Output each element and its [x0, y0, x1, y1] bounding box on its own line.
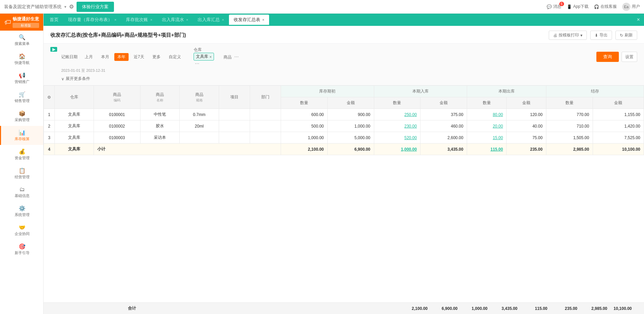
- arrow-btn[interactable]: ▶: [50, 47, 57, 52]
- page-content: 收发存汇总表(按仓库+商品编码+商品+规格型号+项目+部门) 🖨 按模板打印 ▾…: [44, 26, 644, 314]
- row1-opening-amount: 900.00: [327, 109, 374, 120]
- row2-out-qty[interactable]: 20.00: [467, 120, 507, 132]
- sidebar-label-purchase: 采购管理: [15, 117, 30, 122]
- date-this-month[interactable]: 本月: [98, 53, 112, 61]
- subtotal-out-amount: 235.00: [507, 144, 546, 155]
- row3-out-qty[interactable]: 15.00: [467, 132, 507, 144]
- row2-index: 2: [44, 120, 55, 132]
- goods-more-dots[interactable]: ···: [233, 54, 240, 60]
- th-out-amount: 金额: [507, 97, 546, 109]
- tab-inout-flow-close[interactable]: ×: [186, 18, 188, 22]
- purchase-icon: 📦: [19, 110, 26, 117]
- close-all-tabs[interactable]: ×: [634, 15, 643, 24]
- online-service-btn[interactable]: 🎧 在线客服: [594, 4, 617, 10]
- dropdown-arrow[interactable]: ▾: [64, 4, 66, 9]
- filter-row-1: 记账日期 上月 本月 本年 近7天 更多 自定义: [61, 47, 637, 67]
- tab-inout-flow[interactable]: 出入库流水 ×: [157, 15, 193, 25]
- date-custom[interactable]: 自定义: [166, 53, 184, 61]
- sidebar-item-quicknav[interactable]: 🏠 快捷导航: [0, 50, 43, 69]
- export-icon: ⬇: [595, 33, 598, 38]
- tab-batch-close[interactable]: ×: [150, 18, 152, 22]
- sidebar-label-system: 系统管理: [15, 212, 30, 217]
- experience-btn[interactable]: 体验行业方案: [77, 2, 114, 12]
- filter-expand-arrow[interactable]: ▶: [50, 47, 57, 52]
- basic-icon: 🗂: [19, 186, 25, 193]
- row3-dept: [250, 132, 281, 144]
- headset-icon: 🎧: [594, 4, 599, 9]
- row2-in-amount: 460.00: [420, 120, 467, 132]
- sidebar-label-marketing: 营销推广: [15, 79, 30, 84]
- row3-in-amount: 2,600.00: [420, 132, 467, 144]
- sidebar-item-system[interactable]: ⚙️ 系统管理: [0, 202, 43, 221]
- sidebar-item-marketing[interactable]: 📢 营销推广: [0, 69, 43, 88]
- row3-name: 采访本: [140, 132, 179, 144]
- row2-in-qty[interactable]: 230.00: [374, 120, 420, 132]
- warehouse-more-dots[interactable]: ···: [194, 61, 201, 66]
- tab-inout-summary-close[interactable]: ×: [222, 18, 224, 22]
- sidebar-item-guide[interactable]: 🎯 新手引导: [0, 240, 43, 259]
- tab-inout-summary[interactable]: 出入库汇总 ×: [193, 15, 229, 25]
- app-name: 畅捷通好生意: [13, 16, 39, 22]
- message-btn[interactable]: 💬 消息 6: [547, 4, 561, 10]
- sidebar-item-inventory[interactable]: 📊 库存核算: [0, 126, 43, 145]
- tab-batch[interactable]: 库存批次账 ×: [121, 15, 157, 25]
- user-btn[interactable]: Ea 用户: [622, 3, 640, 11]
- sidebar-item-operations[interactable]: 📋 经营管理: [0, 164, 43, 183]
- expand-more-row: ∨ 展开更多条件: [61, 76, 637, 82]
- tab-home[interactable]: 首页: [45, 15, 63, 25]
- print-btn[interactable]: 🖨 按模板打印 ▾: [549, 31, 587, 40]
- query-btn[interactable]: 查询: [596, 52, 619, 62]
- total-in-amount: 3,435.00: [488, 306, 517, 311]
- system-icon: ⚙️: [19, 205, 26, 212]
- refresh-icon: ↻: [620, 33, 623, 38]
- row1-in-qty[interactable]: 250.00: [374, 109, 420, 120]
- subtotal-opening-qty: 2,100.00: [281, 144, 328, 155]
- tab-inout-summary-label: 出入库汇总: [198, 17, 220, 23]
- row1-out-qty[interactable]: 80.00: [467, 109, 507, 120]
- export-btn[interactable]: ⬇ 导出: [590, 31, 612, 40]
- sidebar-item-purchase[interactable]: 📦 采购管理: [0, 107, 43, 126]
- sidebar-item-search[interactable]: 🔍 搜索菜单: [0, 31, 43, 50]
- sidebar-item-enterprise[interactable]: 🤝 企业协同: [0, 221, 43, 240]
- date-7days[interactable]: 近7天: [131, 53, 147, 61]
- total-label: 合计: [50, 305, 214, 311]
- gear-icon[interactable]: ⚙: [69, 3, 74, 10]
- row3-index: 3: [44, 132, 55, 144]
- subtotal-in-qty[interactable]: 1,000.00: [374, 144, 420, 155]
- row2-spec: 20ml: [179, 120, 219, 132]
- guide-icon: 🎯: [19, 243, 26, 250]
- subtotal-row: 4 文具库 小计 2,100.00 6,900.00 1,000.00 3,43…: [44, 144, 644, 155]
- refresh-btn[interactable]: ↻ 刷新: [615, 31, 637, 40]
- date-last-month[interactable]: 上月: [82, 53, 96, 61]
- tab-stock-dist-close[interactable]: ×: [114, 18, 116, 22]
- date-this-year[interactable]: 本年: [114, 53, 129, 61]
- tab-recv-send-close[interactable]: ×: [262, 18, 264, 22]
- row1-closing-amount: 1,155.00: [593, 109, 644, 120]
- tab-inout-flow-label: 出入库流水: [162, 17, 184, 23]
- app-download-btn[interactable]: 📱 App下载: [567, 4, 589, 10]
- sidebar-label-guide: 新手引导: [15, 250, 30, 255]
- th-opening-qty: 数量: [281, 97, 328, 109]
- date-more[interactable]: 更多: [149, 53, 164, 61]
- th-project: 项目: [219, 86, 250, 109]
- online-service-label: 在线客服: [600, 4, 617, 10]
- subtotal-label: 小计: [94, 144, 281, 155]
- row1-in-amount: 375.00: [420, 109, 467, 120]
- sidebar-item-finance[interactable]: 💰 资金管理: [0, 145, 43, 164]
- row2-closing-qty: 710.00: [546, 120, 593, 132]
- tab-stock-dist[interactable]: 现存量（库存分布表） ×: [63, 15, 121, 25]
- sidebar-item-sales[interactable]: 🛒 销售管理: [0, 88, 43, 107]
- app-edition: 标准版: [13, 23, 39, 28]
- settings-filter-btn[interactable]: 设置: [622, 52, 637, 62]
- tab-recv-send[interactable]: 收发存汇总表 ×: [229, 15, 269, 25]
- warehouse-tag-close[interactable]: ×: [210, 55, 212, 59]
- subtotal-out-qty[interactable]: 115.00: [467, 144, 507, 155]
- sidebar-item-basic[interactable]: 🗂 基础信息: [0, 183, 43, 202]
- table-settings-icon[interactable]: ⚙: [47, 95, 51, 100]
- row3-in-qty[interactable]: 520.00: [374, 132, 420, 144]
- row1-opening-qty: 600.00: [281, 109, 328, 120]
- expand-more-btn[interactable]: ∨ 展开更多条件: [61, 76, 637, 82]
- row2-opening-amount: 1,000.00: [327, 120, 374, 132]
- subtotal-index: 4: [44, 144, 55, 155]
- th-in-amount: 金额: [420, 97, 467, 109]
